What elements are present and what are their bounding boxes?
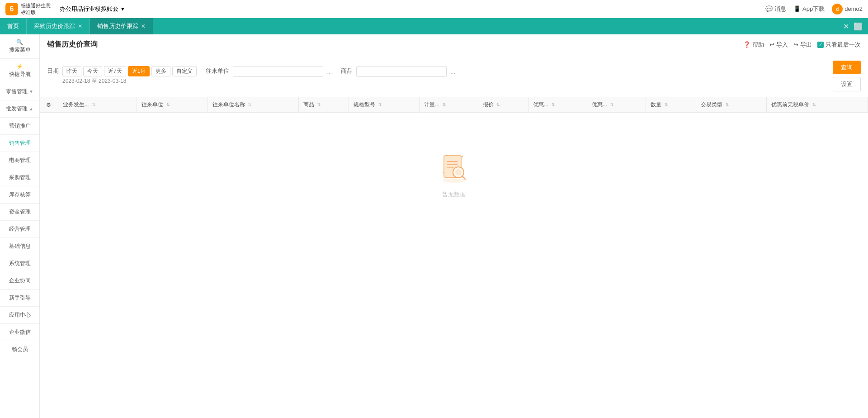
page-header: 销售历史价查询 ❓ 帮助 ↩ 导入 ↪ 导出 只看最后一次 <box>40 34 868 55</box>
sidebar-item-search[interactable]: 🔍 搜索菜单 <box>0 34 39 59</box>
svg-line-8 <box>462 176 465 179</box>
top-bar-left: 6 畅捷通好生意 标准版 <box>5 2 51 15</box>
date-filter-label: 日期 <box>47 66 59 75</box>
tab-purchase-close[interactable]: ✕ <box>78 23 82 29</box>
tab-home[interactable]: 首页 <box>0 18 27 34</box>
table-header-row: ⚙ 业务发生... ⇅ 往来单位 ⇅ 往来单位名称 ⇅ <box>40 97 868 113</box>
checkbox-icon <box>817 42 824 48</box>
chevron-down-icon: ▼ <box>29 89 33 94</box>
col-trade-type[interactable]: 交易类型 ⇅ <box>696 97 767 113</box>
col-product[interactable]: 商品 ⇅ <box>298 97 349 113</box>
sidebar-item-purchase-mgmt[interactable]: 采购管理 <box>0 169 39 186</box>
close-all-tabs-icon[interactable]: ✕ <box>843 22 849 31</box>
filter-area: 日期 昨天 今天 近7天 近1月 更多 自定义 2023-02-18 至 202… <box>40 55 868 97</box>
export-button[interactable]: ↪ 导出 <box>793 41 812 49</box>
shortcuts-icon: ⚡ <box>16 63 23 70</box>
col-pretax-price[interactable]: 优惠前无税单价 ⇅ <box>767 97 868 113</box>
svg-text:✦: ✦ <box>461 155 464 159</box>
message-button[interactable]: 💬 消息 <box>765 5 786 13</box>
sidebar-item-shortcuts[interactable]: ⚡ 快捷导航 <box>0 59 39 83</box>
col-qty[interactable]: 数量 ⇅ <box>646 97 696 113</box>
sort-icon: ⇅ <box>248 102 251 107</box>
sidebar-item-wechat[interactable]: 企业微信 <box>0 324 39 341</box>
tab-sales[interactable]: 销售历史价跟踪 ✕ <box>90 18 153 34</box>
sidebar-item-member[interactable]: 畅会员 <box>0 341 39 358</box>
col-settings[interactable]: ⚙ <box>40 97 58 113</box>
sidebar: 🔍 搜索菜单 ⚡ 快捷导航 零售管理 ▼ 批发管理 ▲ 营销推广 销售管理 电商… <box>0 34 40 418</box>
top-bar: 6 畅捷通好生意 标准版 办公用品行业模拟账套 ▾ 💬 消息 📱 App下载 d… <box>0 0 868 18</box>
col-discount1[interactable]: 优惠... ⇅ <box>528 97 587 113</box>
product-input[interactable] <box>356 66 447 77</box>
date-btn-7days[interactable]: 近7天 <box>104 66 126 76</box>
maximize-icon[interactable]: ⬜ <box>854 22 863 31</box>
date-btn-more[interactable]: 更多 <box>151 66 170 76</box>
date-btn-yesterday[interactable]: 昨天 <box>62 66 81 76</box>
col-unit[interactable]: 计量... ⇅ <box>419 97 478 113</box>
sidebar-item-ecommerce[interactable]: 电商管理 <box>0 152 39 169</box>
message-icon: 💬 <box>765 5 773 12</box>
product-picker-icon[interactable]: ... <box>450 68 455 75</box>
date-btn-custom[interactable]: 自定义 <box>172 66 197 76</box>
import-button[interactable]: ↩ 导入 <box>769 41 788 49</box>
sidebar-item-retail[interactable]: 零售管理 ▼ <box>0 83 39 100</box>
sidebar-item-wholesale[interactable]: 批发管理 ▲ <box>0 100 39 118</box>
page-header-actions: ❓ 帮助 ↩ 导入 ↪ 导出 只看最后一次 <box>743 41 861 49</box>
phone-icon: 📱 <box>793 5 801 12</box>
empty-text: 暂无数据 <box>442 190 466 199</box>
export-icon: ↪ <box>793 41 798 48</box>
only-last-checkbox[interactable]: 只看最后一次 <box>817 41 861 49</box>
chevron-down-icon: ▾ <box>121 5 124 12</box>
sort-icon: ⇅ <box>610 102 613 107</box>
sidebar-item-inventory[interactable]: 库存核算 <box>0 186 39 204</box>
sidebar-item-system[interactable]: 系统管理 <box>0 255 39 272</box>
sort-icon: ⇅ <box>166 102 170 107</box>
app-download-button[interactable]: 📱 App下载 <box>793 5 825 13</box>
tab-bar: 首页 采购历史价跟踪 ✕ 销售历史价跟踪 ✕ ✕ ⬜ <box>0 18 868 34</box>
workspace-selector[interactable]: 办公用品行业模拟账套 ▾ <box>60 5 756 13</box>
date-range-display: 2023-02-18 至 2023-03-18 <box>62 77 197 85</box>
sort-icon: ⇅ <box>812 102 816 107</box>
sort-icon: ⇅ <box>725 102 729 107</box>
sidebar-item-enterprise[interactable]: 企业协同 <box>0 272 39 290</box>
partner-picker-icon[interactable]: ... <box>327 68 332 75</box>
col-quote[interactable]: 报价 ⇅ <box>478 97 528 113</box>
avatar: d <box>832 4 843 14</box>
partner-filter-label: 往来单位 <box>206 66 229 75</box>
date-filter-group: 日期 昨天 今天 近7天 近1月 更多 自定义 2023-02-18 至 202… <box>47 66 197 85</box>
date-btn-today[interactable]: 今天 <box>83 66 102 76</box>
col-partner-name[interactable]: 往来单位名称 ⇅ <box>208 97 298 113</box>
partner-input-group: ... <box>233 66 332 77</box>
col-discount2[interactable]: 优惠... ⇅ <box>587 97 646 113</box>
content-area: 销售历史价查询 ❓ 帮助 ↩ 导入 ↪ 导出 只看最后一次 <box>40 34 868 418</box>
sidebar-item-apps[interactable]: 应用中心 <box>0 307 39 324</box>
tab-purchase[interactable]: 采购历史价跟踪 ✕ <box>27 18 90 34</box>
tab-sales-close[interactable]: ✕ <box>141 23 146 29</box>
search-icon: 🔍 <box>16 39 23 45</box>
partner-filter-group: 往来单位 ... <box>206 66 332 77</box>
col-spec[interactable]: 规格型号 ⇅ <box>349 97 419 113</box>
query-button[interactable]: 查询 <box>833 61 861 74</box>
logo-area: 6 畅捷通好生意 标准版 <box>5 2 51 15</box>
user-menu[interactable]: d demo2 <box>832 4 863 14</box>
date-btn-1month[interactable]: 近1月 <box>128 66 150 76</box>
col-biz-date[interactable]: 业务发生... ⇅ <box>58 97 137 113</box>
col-partner-code[interactable]: 往来单位 ⇅ <box>137 97 208 113</box>
sort-icon: ⇅ <box>92 102 95 107</box>
svg-point-0 <box>443 178 465 183</box>
import-icon: ↩ <box>769 41 774 48</box>
sidebar-item-sales-mgmt[interactable]: 销售管理 <box>0 135 39 152</box>
sidebar-item-operations[interactable]: 经营管理 <box>0 221 39 238</box>
sidebar-item-basic[interactable]: 基础信息 <box>0 238 39 255</box>
sort-icon: ⇅ <box>378 102 382 107</box>
help-icon: ❓ <box>743 41 750 48</box>
settings-button[interactable]: 设置 <box>833 77 861 91</box>
partner-input[interactable] <box>233 66 323 77</box>
empty-state: ✦ ✦ 暂无数据 <box>40 113 868 235</box>
sidebar-item-finance[interactable]: 资金管理 <box>0 204 39 221</box>
svg-point-7 <box>455 169 462 176</box>
sidebar-item-marketing[interactable]: 营销推广 <box>0 118 39 135</box>
product-filter-label: 商品 <box>341 66 353 75</box>
sidebar-item-guide[interactable]: 新手引导 <box>0 290 39 307</box>
help-button[interactable]: ❓ 帮助 <box>743 41 764 49</box>
sort-icon: ⇅ <box>317 102 321 107</box>
